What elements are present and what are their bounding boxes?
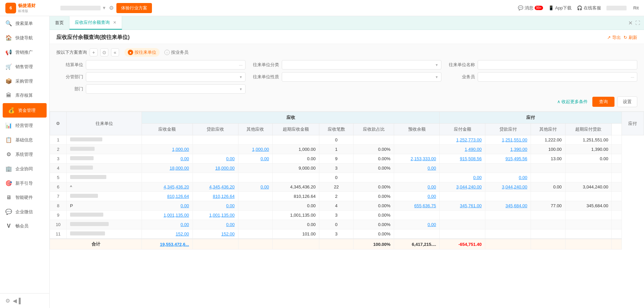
th-ap-other: 其他应付 [531,124,565,135]
filter-add-button[interactable]: + [90,48,98,56]
refresh-button[interactable]: ↻ 刷新 [624,35,637,41]
scheme-salesperson-label: 按业务员 [171,49,189,55]
filter-arrow-company-type: ▼ [435,75,438,79]
page-content: 应收应付余额查询(按往来单位) ↗ 导出 ↻ 刷新 按以下方案查询 + ⊙ « [50,30,644,308]
scheme-by-company[interactable]: ● 按往来单位 [124,48,160,57]
page-header: 应收应付余额查询(按往来单位) ↗ 导出 ↻ 刷新 [50,30,644,44]
sidebar-item-enterprise[interactable]: 🏢 企业协同 [0,162,49,176]
query-button[interactable]: 查询 [592,97,614,107]
collapse-conditions-button[interactable]: ∧ 收起更多条件 [555,97,590,107]
sidebar-label-quicknav: 快捷导航 [15,35,33,41]
sidebar-label-operations: 经营管理 [15,123,33,129]
settings-icon[interactable]: ⚙ [109,5,114,11]
filter-input-dept[interactable]: ▼ [86,72,246,82]
sidebar-item-quicknav[interactable]: 🏠 快捷导航 [0,31,49,45]
operations-icon: 📊 [5,122,12,129]
sidebar-label-marketing: 营销推广 [15,49,33,55]
top-bar-middle: ▼ ⚙ 体验行业方案 [60,3,518,13]
solution-button[interactable]: 体验行业方案 [116,3,152,13]
sidebar-label-hardware: 智能硬件 [15,194,33,201]
filter-scheme-label: 按以下方案查询 [56,49,87,55]
messages-button[interactable]: 💬 消息 99+ [518,5,543,11]
sales-icon: 🛒 [5,63,12,70]
footer-ar-count [319,239,353,250]
filter-input-settlement[interactable]: ··· [86,60,246,70]
th-ap-loan: 贷款应付 [485,124,531,135]
sidebar-item-hardware[interactable]: 🖥 智能硬件 [0,190,49,205]
filter-input-company-type[interactable]: ▼ [282,72,441,82]
table-row: 8P0.000.000.0040.00%655,636.75345,761.00… [50,201,644,211]
messages-badge: 99+ [535,6,543,10]
th-ar-count: 应收笔数 [319,124,353,135]
sidebar-label-system: 系统管理 [15,151,33,158]
table-ap-extra-header: 应付 [622,112,644,135]
sidebar-item-marketing[interactable]: 📢 营销推广 [0,45,49,59]
filter-label-salesperson: 业务员 [448,74,475,80]
window-maximize-icon[interactable]: ⛶ [635,20,640,26]
filter-area: 按以下方案查询 + ⊙ « ● 按往来单位 ○ 按业务员 [50,44,644,112]
scheme-inactive-icon: ○ [164,50,170,55]
sidebar-item-operations[interactable]: 📊 经营管理 [0,118,49,133]
tab-close-icon[interactable]: ✕ [113,20,116,25]
export-button[interactable]: ↗ 导出 [607,35,621,41]
filter-input-company-cat[interactable]: ▼ [282,60,441,70]
table-ar-group-header: 应收 [142,112,440,124]
online-service-button[interactable]: 🎧 在线客服 [577,5,601,11]
app-download-button[interactable]: 📱 App下载 [548,5,572,11]
top-bar-right: 💬 消息 99+ 📱 App下载 🎧 在线客服 Rit [518,5,639,11]
table-row: 30.000.000.000.0090.00%2,153,333.00915,5… [50,154,644,164]
window-close-icon[interactable]: ✕ [628,20,633,26]
purchase-icon: 📦 [5,78,12,84]
filter-arrow-dept: ▼ [239,75,243,79]
sidebar-item-guide[interactable]: 🎯 新手引导 [0,176,49,190]
table-footer-row: 合计 19,553,472,6... 100.00% 6,417,215....… [50,239,644,250]
filter-input-salesperson[interactable]: ··· [478,72,637,82]
sidebar-item-sales[interactable]: 🛒 销售管理 [0,59,49,74]
search-icon: 🔍 [5,20,12,27]
filter-row-salesperson: 业务员 ··· [448,72,637,82]
table-company-header: 往来单位 [66,112,142,135]
settings-button[interactable]: 设置 [617,96,637,107]
table-wrapper: ⚙ 往来单位 应收 应付 应付 应收金额 贷款应收 其他应收 超期应收金额 应收… [50,112,644,308]
table-ap-group-header: 应付 [440,112,622,124]
sidebar-item-basic[interactable]: 📋 基础信息 [0,133,49,147]
filter-input-company-name[interactable] [478,60,637,70]
filter-config-button[interactable]: ⊙ [100,48,108,56]
hardware-icon: 🖥 [5,194,12,201]
filter-collapse-button[interactable]: « [111,48,119,56]
footer-ap-loan [485,239,531,250]
logo-text: 畅捷通财 标准版 [18,3,36,13]
th-ar-loan: 贷款应收 [193,124,238,135]
filter-input-division[interactable]: ▼ [86,84,246,94]
sidebar-settings-icon[interactable]: ⚙ [5,298,10,304]
sidebar: 🔍 搜索菜单 🏠 快捷导航 📢 营销推广 🛒 销售管理 📦 采购管理 🏛 库存核… [0,16,50,308]
table-config-header[interactable]: ⚙ [50,112,67,135]
basic-icon: 📋 [5,137,12,143]
breadcrumb-blur [60,6,101,10]
footer-ar-amount: 19,553,472,6... [142,239,193,250]
marketing-icon: 📢 [5,49,12,55]
table-row: 418,000.0018,000.009,000.0030.00%0.00 [50,164,644,173]
sidebar-collapse-icon[interactable]: ◀▐ [13,298,20,304]
wechat-icon: 💬 [5,209,12,215]
user-info-blur [606,6,627,10]
sidebar-item-search[interactable]: 🔍 搜索菜单 [0,16,49,31]
scheme-active-icon: ● [128,50,133,55]
table-row: 91,001,135.001,001,135.001,001,135.0030.… [50,211,644,220]
sidebar-item-finance[interactable]: 💰 资金管理 [3,103,47,118]
download-icon: 📱 [548,5,554,10]
sidebar-item-inventory[interactable]: 🏛 库存核算 [0,88,49,102]
tab-home[interactable]: 首页 [50,16,69,29]
scheme-by-salesperson[interactable]: ○ 按业务员 [161,48,192,57]
filter-label-settlement: 结算单位 [56,62,83,68]
sidebar-item-wechat[interactable]: 💬 企业微信 [0,205,49,219]
footer-ar-other [238,239,272,250]
table-row: 500.000.00 [50,173,644,182]
tab-arbalance[interactable]: 应收应付余额查询 ✕ [69,16,122,30]
sidebar-item-purchase[interactable]: 📦 采购管理 [0,74,49,88]
sidebar-item-system[interactable]: ⚙ 系统管理 [0,147,49,162]
footer-ap-overdue [565,239,612,250]
th-ar-amount: 应收金额 [142,124,193,135]
filter-bottom-actions: ∧ 收起更多条件 查询 设置 [56,96,637,107]
sidebar-item-member[interactable]: V 畅会员 [0,219,49,233]
